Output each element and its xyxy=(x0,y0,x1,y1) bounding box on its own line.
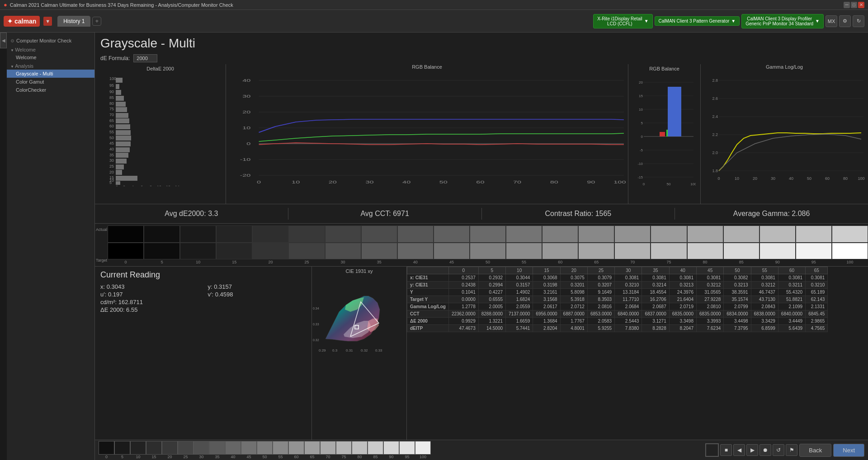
playback-swatch-group-50[interactable]: 50 xyxy=(257,441,273,459)
refresh-button[interactable]: ↻ xyxy=(853,15,864,27)
sidebar-item-grayscale[interactable]: Grayscale - Multi xyxy=(7,70,94,78)
swatch-actual-15 xyxy=(216,225,252,243)
playback-swatch-85[interactable] xyxy=(368,441,383,455)
sidebar-section-welcome[interactable]: Welcome xyxy=(7,45,94,53)
data-table-panel[interactable]: 0 5 10 15 20 25 30 35 40 45 50 55 xyxy=(407,267,868,440)
table-cell: 2.5443 xyxy=(615,318,642,325)
playback-swatch-group-65[interactable]: 65 xyxy=(304,441,320,459)
history-tab[interactable]: History 1 xyxy=(57,16,90,27)
playback-swatch-group-10[interactable]: 10 xyxy=(130,441,146,459)
sidebar-section-analysis[interactable]: Analysis xyxy=(7,61,94,70)
device1-button[interactable]: X-Rite i1Display RetailLCD (CCFL) ▼ xyxy=(593,14,652,28)
maximize-button[interactable]: □ xyxy=(851,2,857,8)
playback-swatch-group-70[interactable]: 70 xyxy=(320,441,336,459)
cie-title: CIE 1931 xy xyxy=(312,267,406,276)
playback-swatch-group-45[interactable]: 45 xyxy=(241,441,257,459)
playback-swatch-40[interactable] xyxy=(225,441,241,455)
add-tab-button[interactable]: + xyxy=(92,17,101,26)
playback-swatch-10[interactable] xyxy=(130,441,146,455)
playback-swatch-group-20[interactable]: 20 xyxy=(162,441,178,459)
play-button[interactable]: ▶ xyxy=(746,444,758,456)
table-cell: 22362.0000 xyxy=(448,310,478,318)
settings-button[interactable]: ⚙ xyxy=(839,15,851,27)
swatch-num-65: 65 xyxy=(578,260,614,264)
playback-swatch-55[interactable] xyxy=(273,441,288,455)
prev-button[interactable]: ◀ xyxy=(733,444,745,456)
contrast-ratio: Contrast Ratio: 1565 xyxy=(482,208,675,220)
playback-swatch-95[interactable] xyxy=(399,441,415,455)
playback-swatch-60[interactable] xyxy=(288,441,304,455)
sidebar-item-colorchecker[interactable]: ColorChecker xyxy=(7,86,94,94)
logo-dropdown-arrow[interactable]: ▼ xyxy=(43,17,52,26)
logo[interactable]: ✦ calman xyxy=(4,16,40,27)
playback-swatch-45[interactable] xyxy=(241,441,257,455)
playback-swatch-group-55[interactable]: 55 xyxy=(273,441,288,459)
swatch-actual-95 xyxy=(796,225,832,243)
playback-swatch-group-60[interactable]: 60 xyxy=(288,441,304,459)
playback-swatch-group-5[interactable]: 5 xyxy=(114,441,130,459)
table-cell: 3.4449 xyxy=(778,318,805,325)
bookmark-button[interactable]: ⚑ xyxy=(786,444,797,456)
sidebar-item-welcome[interactable]: Welcome xyxy=(7,53,94,61)
minimize-button[interactable]: ─ xyxy=(844,2,850,8)
back-nav-button[interactable]: Back xyxy=(799,444,831,457)
table-cell: 0.3212 xyxy=(751,282,778,289)
sidebar-toggle-button[interactable]: ◀ xyxy=(0,33,7,48)
playback-swatch-group-35[interactable]: 35 xyxy=(209,441,225,459)
svg-rect-41 xyxy=(116,153,128,158)
playback-swatch-group-80[interactable]: 80 xyxy=(352,441,368,459)
playback-swatch-20[interactable] xyxy=(162,441,178,455)
playback-swatch-0[interactable] xyxy=(99,441,114,455)
playback-swatch-group-30[interactable]: 30 xyxy=(193,441,209,459)
playback-swatch-30[interactable] xyxy=(193,441,209,455)
playback-swatch-group-95[interactable]: 95 xyxy=(399,441,415,459)
playback-swatch-group-85[interactable]: 85 xyxy=(368,441,383,459)
table-cell: 6837.0000 xyxy=(642,310,669,318)
playback-swatch-group-40[interactable]: 40 xyxy=(225,441,241,459)
playback-swatch-100[interactable] xyxy=(415,441,431,455)
swatch-num-20: 20 xyxy=(252,260,288,264)
svg-text:40: 40 xyxy=(789,176,793,181)
loop-button[interactable]: ↺ xyxy=(773,444,784,456)
stop-button[interactable]: ■ xyxy=(720,444,732,456)
playback-swatch-75[interactable] xyxy=(336,441,352,455)
table-cell: 4.7565 xyxy=(806,325,828,332)
table-cell: 6956.0000 xyxy=(533,310,560,318)
device2-button[interactable]: CalMAN Client 3 Pattern Generator ▼ xyxy=(655,16,740,26)
y-value: y: 0.3157 xyxy=(208,283,307,290)
playback-swatch-35[interactable] xyxy=(209,441,225,455)
swatch-target-45 xyxy=(434,243,470,260)
record-button[interactable]: ⏺ xyxy=(760,444,771,456)
swatch-target-90 xyxy=(760,243,796,260)
page-title: Grayscale - Multi xyxy=(100,36,195,51)
mix-button[interactable]: MX xyxy=(826,15,837,27)
playback-swatch-70[interactable] xyxy=(320,441,336,455)
playback-swatch-group-75[interactable]: 75 xyxy=(336,441,352,459)
svg-text:50: 50 xyxy=(109,136,114,140)
playback-swatch-65[interactable] xyxy=(304,441,320,455)
tab-bar: History 1 + xyxy=(57,16,593,27)
playback-bar: 0 5 10 15 20 xyxy=(95,440,868,460)
sidebar-item-color-gamut[interactable]: Color Gamut xyxy=(7,78,94,86)
device3-button[interactable]: CalMAN Client 3 Display ProfilerGeneric … xyxy=(741,14,824,28)
device2-dropdown-icon: ▼ xyxy=(731,19,736,23)
playback-swatch-group-90[interactable]: 90 xyxy=(383,441,399,459)
playback-swatch-90[interactable] xyxy=(383,441,399,455)
playback-swatch-group-0[interactable]: 0 xyxy=(99,441,114,459)
playback-swatch-25[interactable] xyxy=(178,441,193,455)
next-nav-button[interactable]: Next xyxy=(833,444,864,457)
playback-num-90: 90 xyxy=(383,455,399,459)
table-row-label: ΔE 2000 xyxy=(407,318,449,325)
playback-swatch-group-15[interactable]: 15 xyxy=(146,441,162,459)
playback-swatch-80[interactable] xyxy=(352,441,368,455)
playback-swatch-15[interactable] xyxy=(146,441,162,455)
playback-swatch-group-100[interactable]: 100 xyxy=(415,441,431,459)
de-formula-select[interactable]: 2000 76 94 xyxy=(133,54,157,62)
table-cell: 0.4227 xyxy=(478,289,505,296)
close-button[interactable]: ✕ xyxy=(858,2,864,8)
playback-swatch-5[interactable] xyxy=(114,441,130,455)
swatch-actual-20 xyxy=(252,225,288,243)
playback-num-100: 100 xyxy=(415,455,431,459)
playback-swatch-50[interactable] xyxy=(257,441,273,455)
playback-swatch-group-25[interactable]: 25 xyxy=(178,441,193,459)
